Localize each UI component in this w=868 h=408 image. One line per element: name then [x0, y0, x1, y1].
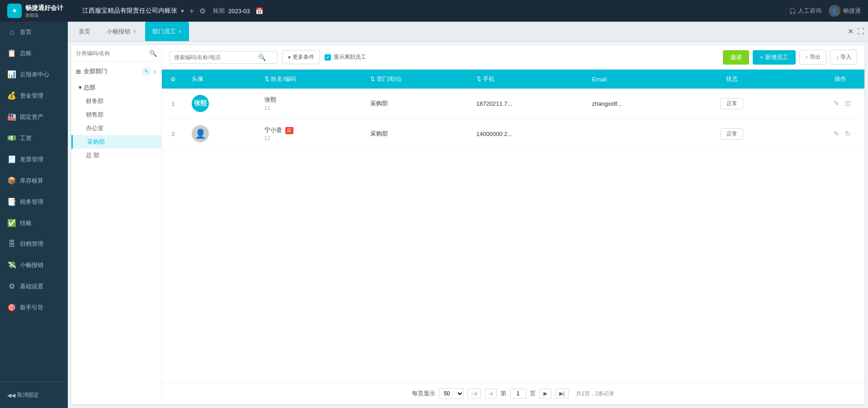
dept-left-panel: 🔍 ⊞ 全部部门 ✎ « ▾ 总部	[71, 45, 162, 404]
content-area: 首页 小畅报销 × 部门员工 × ✕ ⛶ 🔍	[68, 22, 868, 408]
dept-node-purchase[interactable]: 采购部	[71, 135, 161, 149]
show-resigned-label: 显示离职员工	[334, 53, 366, 61]
row-avatar-1: 张熙	[184, 89, 257, 119]
sidebar-item-label: 工资	[20, 134, 32, 142]
show-resigned-checkbox[interactable]: ✓ 显示离职员工	[325, 53, 366, 61]
col-settings[interactable]: ⚙	[162, 70, 184, 89]
first-page-button[interactable]: |◀	[467, 389, 481, 399]
filter-label: 更多条件	[292, 53, 314, 61]
assets-icon: 🏭	[7, 113, 16, 121]
next-page-button[interactable]: ▶	[539, 389, 552, 399]
sidebar-item-tax[interactable]: 📑 税务管理	[0, 191, 68, 212]
dept-node-finance[interactable]: 财务部	[71, 94, 161, 108]
invite-button[interactable]: 邀请	[723, 50, 749, 65]
row-name-2: 宁小壹 应 12	[257, 119, 363, 149]
tab-expense[interactable]: 小畅报销 ×	[99, 22, 143, 41]
sidebar-item-ledger[interactable]: 📋 总账	[0, 42, 68, 64]
tax-icon: 📑	[7, 197, 16, 206]
col-phone[interactable]: ⇅ 手机	[469, 70, 585, 89]
tab-department[interactable]: 部门员工 ×	[145, 22, 189, 41]
sidebar-item-checkout[interactable]: ✅ 结账	[0, 212, 68, 234]
sidebar-item-home[interactable]: ⌂ 首页	[0, 22, 68, 42]
row-phone-2: 14000000 2...	[469, 119, 585, 149]
tab-department-close[interactable]: ×	[179, 28, 182, 35]
edit-icon[interactable]: ✎	[834, 130, 840, 138]
tab-maximize-button[interactable]: ⛶	[857, 27, 864, 36]
tab-home[interactable]: 首页	[71, 22, 98, 41]
col-action: 操作	[777, 70, 864, 89]
add-company-button[interactable]: ＋	[188, 5, 196, 16]
sidebar-item-reports[interactable]: 📊 云报表中心	[0, 64, 68, 85]
col-dept[interactable]: ⇅ 部门/职位	[363, 70, 469, 89]
calendar-icon[interactable]: 📅	[255, 7, 263, 14]
import-button[interactable]: ↓ 导入	[830, 50, 857, 65]
company-name: 江西服宝精品有限责任公司内账张	[82, 7, 177, 15]
all-dept-label: 全部部门	[84, 67, 107, 75]
add-dept-button[interactable]: ✎	[142, 66, 151, 76]
company-settings-button[interactable]: ⚙	[199, 7, 206, 15]
sidebar-item-funds[interactable]: 💰 资金管理	[0, 85, 68, 106]
sidebar-item-invoice[interactable]: 🧾 发票管理	[0, 149, 68, 170]
dept-grid-icon: ⊞	[76, 68, 81, 75]
filter-icon: ▾	[288, 54, 291, 61]
row-avatar-2: 👤	[184, 119, 257, 149]
sidebar-item-archive[interactable]: 🗄 归档管理	[0, 234, 68, 254]
row-index-1: 1	[162, 89, 184, 119]
collapse-dept-button[interactable]: «	[153, 66, 157, 76]
sidebar-item-expense[interactable]: 💸 小畅报销	[0, 254, 68, 276]
user-area[interactable]: 👤 畅捷通	[829, 5, 861, 17]
table-header-row: ⚙ 头像 ⇅ 姓名/编码 ⇅ 部门/职位 ⇅ 手机	[162, 70, 864, 89]
reports-icon: 📊	[7, 70, 16, 79]
sidebar-item-label: 固定资产	[20, 113, 43, 121]
col-avatar: 头像	[184, 70, 257, 89]
col-status: 状态	[687, 70, 777, 89]
sidebar-item-assets[interactable]: 🏭 固定资产	[0, 106, 68, 127]
edit-icon[interactable]: ✎	[834, 99, 840, 108]
sidebar-item-guide[interactable]: 🎯 新手引导	[0, 297, 68, 318]
sidebar-item-settings[interactable]: ⚙ 基础设置	[0, 276, 68, 297]
top-header: ✦ 畅捷通好会计 旗舰版 江西服宝精品有限责任公司内账张 ▾ ＋ ⚙ 账期 20…	[0, 0, 868, 22]
last-page-button[interactable]: ▶|	[555, 389, 569, 399]
row-status-1: 正常	[687, 89, 777, 119]
page-number-input[interactable]	[510, 389, 526, 399]
row-name-1: 张熙 11	[257, 89, 363, 119]
dept-search-input[interactable]	[76, 50, 146, 56]
checkbox-checked-icon: ✓	[325, 54, 331, 61]
dept-node-general[interactable]: ▾ 总部	[71, 81, 161, 94]
all-dept-button[interactable]: ⊞ 全部部门	[76, 67, 107, 75]
dept-node-headquarter[interactable]: 总 部	[71, 149, 161, 162]
employee-search-icon[interactable]: 🔍	[258, 54, 266, 61]
prev-page-button[interactable]: ◀	[485, 389, 497, 399]
cancel-fixed-button[interactable]: ◀◀ 取消固定	[0, 387, 68, 403]
dept-node-office[interactable]: 办公室	[71, 122, 161, 135]
settings-icon: ⚙	[7, 282, 16, 291]
export-button[interactable]: ↑ 导出	[799, 50, 826, 65]
per-page-select[interactable]: 50 20 100	[439, 388, 464, 399]
page-word: 第	[500, 389, 506, 398]
sidebar-item-label: 基础设置	[20, 282, 43, 291]
dept-node-sales[interactable]: 销售部	[71, 108, 161, 122]
logout-icon[interactable]: ⊡	[845, 99, 851, 108]
company-dropdown-button[interactable]: ▾	[181, 7, 184, 14]
sidebar-item-label: 资金管理	[20, 92, 43, 100]
page-unit: 页	[530, 389, 536, 398]
sidebar-item-salary[interactable]: 💵 工资	[0, 127, 68, 149]
status-badge: 正常	[721, 128, 743, 140]
tab-close-window-button[interactable]: ✕	[848, 27, 854, 36]
tab-expense-close[interactable]: ×	[133, 28, 136, 35]
sidebar-item-inventory[interactable]: 📦 库存核算	[0, 170, 68, 191]
more-filter-button[interactable]: ▾ 更多条件	[282, 50, 320, 64]
dept-search-icon[interactable]: 🔍	[149, 50, 157, 57]
cancel-fixed-icon: ◀◀	[7, 392, 15, 399]
pagination: 每页显示 50 20 100 |◀ ◀ 第 页 ▶ ▶| 共1页，2条记录	[162, 382, 864, 404]
dept-search-area: 🔍	[71, 45, 161, 62]
employee-table: ⚙ 头像 ⇅ 姓名/编码 ⇅ 部门/职位 ⇅ 手机	[162, 70, 864, 149]
employee-toolbar: 🔍 ▾ 更多条件 ✓ 显示离职员工 邀请 + 新增员工 ↑	[162, 45, 864, 70]
add-employee-button[interactable]: + 新增员工	[753, 50, 796, 65]
tab-actions: ✕ ⛶	[848, 27, 864, 36]
employee-search-input[interactable]	[174, 54, 255, 61]
service-button[interactable]: 🎧 人工咨询	[789, 7, 821, 15]
col-name[interactable]: ⇅ 姓名/编码	[257, 70, 363, 89]
sidebar-item-label: 库存核算	[20, 177, 43, 185]
refresh-icon[interactable]: ↻	[845, 130, 851, 138]
